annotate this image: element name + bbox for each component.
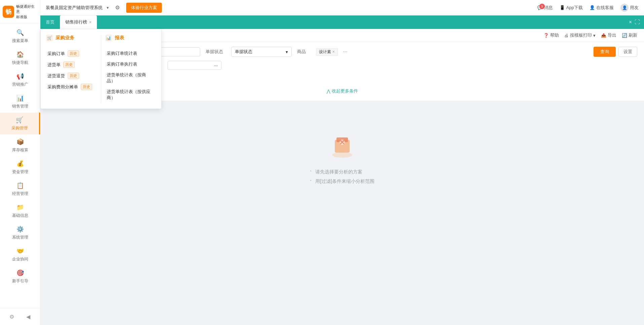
sidebar-item-search[interactable]: 🔍 搜索菜单 — [0, 25, 40, 47]
goods-tag-close[interactable]: × — [332, 49, 335, 54]
menu-item-goods-return[interactable]: 进货退货 历史 — [46, 70, 97, 81]
enterprise-icon: 🤝 — [16, 247, 24, 255]
sidebar-item-basic[interactable]: 📁 基础信息 — [0, 200, 40, 222]
sidebar-item-enterprise[interactable]: 🤝 企业协同 — [0, 244, 40, 266]
logo-text: 畅捷通好生意 标准版 — [16, 4, 37, 19]
empty-tip-1: 请先选择要分析的方案 — [310, 167, 374, 176]
online-service-button[interactable]: 👤 在线客服 — [589, 5, 614, 11]
goods-label: 商品 — [297, 49, 311, 55]
sidebar-item-inventory[interactable]: 📦 库存核算 — [0, 134, 40, 156]
svg-point-0 — [332, 152, 352, 158]
menu-item-receipt-stats-goods[interactable]: 进货单统计表（按商品） — [105, 70, 156, 86]
system-title: 装餐及固定资产辅助管理系统 — [46, 5, 103, 11]
sidebar-item-purchase[interactable]: 🛒 采购管理 — [0, 113, 40, 134]
status-dropdown-icon: ▾ — [286, 49, 288, 54]
sidebar-item-quicknav[interactable]: 🏠 快捷导航 — [0, 47, 40, 69]
window-close-icon[interactable]: × — [629, 19, 632, 25]
goods-tag: 设计素 × — [316, 48, 338, 56]
refresh-icon: 🔄 — [622, 33, 627, 38]
top-header: 装餐及固定资产辅助管理系统 ▾ ⚙ 体验行业方案 💬 9 消息 📱 App下载 … — [40, 0, 644, 15]
menu-item-goods-receipt[interactable]: 进货单 历史 — [46, 59, 97, 70]
settings-gear-icon[interactable]: ⚙ — [113, 3, 122, 12]
help-button[interactable]: ❓ 帮助 — [543, 32, 559, 38]
empty-state: 请先选择要分析的方案 用[过滤]条件来缩小分析范围 — [40, 101, 644, 213]
mobile-icon: 📱 — [560, 5, 565, 10]
print-button[interactable]: 🖨 按模板打印 ▾ — [564, 32, 596, 38]
empty-tips: 请先选择要分析的方案 用[过滤]条件来缩小分析范围 — [310, 167, 374, 186]
sidebar-settings-button[interactable]: ⚙ — [7, 312, 17, 322]
service-icon: 👤 — [589, 5, 595, 10]
logo-icon: 畅 — [3, 6, 14, 18]
search-icon: 🔍 — [16, 29, 24, 37]
menu-item-receipt-stats-supplier[interactable]: 进货单统计表（按供应商） — [105, 86, 156, 103]
purchase-dropdown-menu: 🛒 采购业务 采购订单 历史 进货单 历史 进货退货 历史 采购费用分摊单 历史… — [40, 29, 162, 109]
print-dropdown-icon[interactable]: ▾ — [593, 33, 596, 38]
industry-button[interactable]: 体验行业方案 — [126, 3, 162, 13]
settings-button[interactable]: 设置 — [618, 47, 637, 57]
sidebar-bottom: ⚙ ◀ — [0, 308, 40, 325]
basic-icon: 📁 — [16, 203, 24, 211]
dropdown-col-report: 📊 报表 采购订单统计表 采购订单执行表 进货单统计表（按商品） 进货单统计表（… — [105, 35, 156, 103]
export-icon: 📤 — [601, 33, 606, 38]
marketing-icon: 📢 — [16, 72, 24, 80]
header-right: 💬 9 消息 📱 App下载 👤 在线客服 👤 用友 — [537, 4, 639, 12]
guide-icon: 🎯 — [16, 269, 24, 277]
sidebar-collapse-button[interactable]: ◀ — [23, 312, 33, 322]
message-badge: 9 — [539, 4, 545, 9]
tabs-right-actions: × ⛶ — [629, 19, 644, 25]
salesperson-more-dots: ··· — [214, 63, 218, 68]
status-label: 单据状态 — [206, 49, 226, 55]
history-badge-0: 历史 — [68, 50, 79, 57]
sidebar-logo: 畅 畅捷通好生意 标准版 — [0, 0, 40, 24]
tabs-bar: 首页 销售排行榜 × × ⛶ — [40, 15, 644, 29]
user-button[interactable]: 👤 用友 — [620, 4, 639, 12]
status-select[interactable]: 单据状态 ▾ — [231, 47, 292, 57]
sidebar-item-operation[interactable]: 📋 经营管理 — [0, 178, 40, 200]
sales-icon: 📊 — [16, 94, 24, 102]
inventory-icon: 📦 — [16, 138, 24, 146]
history-badge-3: 历史 — [81, 84, 92, 90]
dropdown-divider — [101, 35, 101, 103]
sidebar-nav: 🔍 搜索菜单 🏠 快捷导航 📢 营销推广 📊 销售管理 🛒 采购管理 📦 库存核… — [0, 24, 40, 308]
salesperson-select[interactable]: ··· — [168, 61, 221, 70]
operation-icon: 📋 — [16, 181, 24, 190]
menu-item-po-stats[interactable]: 采购订单统计表 — [105, 48, 156, 59]
window-expand-icon[interactable]: ⛶ — [635, 19, 640, 25]
refresh-button[interactable]: 🔄 刷新 — [622, 32, 637, 38]
export-button[interactable]: 📤 导出 — [601, 32, 616, 38]
system-icon: ⚙️ — [16, 225, 24, 233]
collapse-up-icon: ⋀ — [327, 89, 330, 94]
sidebar-item-sales[interactable]: 📊 销售管理 — [0, 91, 40, 113]
empty-illustration — [325, 128, 359, 162]
message-button[interactable]: 💬 9 消息 — [537, 5, 553, 11]
menu-item-po-exec[interactable]: 采购订单执行表 — [105, 59, 156, 70]
finance-icon: 💰 — [16, 160, 24, 168]
help-icon: ❓ — [543, 33, 549, 38]
sidebar-item-guide[interactable]: 🎯 新手引导 — [0, 266, 40, 287]
dropdown-col-purchase: 🛒 采购业务 采购订单 历史 进货单 历史 进货退货 历史 采购费用分摊单 历史 — [46, 35, 97, 103]
report-col-icon: 📊 — [105, 35, 112, 41]
empty-tip-2: 用[过滤]条件来缩小分析范围 — [310, 176, 374, 186]
dropdown-title-purchase: 🛒 采购业务 — [46, 35, 97, 44]
purchase-col-icon: 🛒 — [46, 35, 53, 41]
sidebar-item-system[interactable]: ⚙️ 系统管理 — [0, 222, 40, 244]
dropdown-title-report: 📊 报表 — [105, 35, 156, 44]
print-icon: 🖨 — [564, 33, 569, 38]
tab-sales-rank[interactable]: 销售排行榜 × — [60, 15, 97, 29]
menu-item-purchase-order[interactable]: 采购订单 历史 — [46, 48, 97, 59]
history-badge-2: 历史 — [68, 73, 79, 79]
goods-more-dots[interactable]: ··· — [343, 49, 348, 55]
avatar: 👤 — [620, 4, 629, 12]
purchase-icon: 🛒 — [15, 116, 24, 124]
sidebar-item-finance[interactable]: 💰 资金管理 — [0, 156, 40, 178]
query-button[interactable]: 查询 — [594, 47, 616, 57]
sidebar-item-marketing[interactable]: 📢 营销推广 — [0, 69, 40, 91]
tab-close-icon[interactable]: × — [89, 20, 92, 25]
history-badge-1: 历史 — [63, 62, 75, 68]
system-dropdown[interactable]: ▾ — [107, 5, 109, 10]
sidebar: 畅 畅捷通好生意 标准版 🔍 搜索菜单 🏠 快捷导航 📢 营销推广 📊 销售管理… — [0, 0, 40, 325]
menu-item-purchase-expense[interactable]: 采购费用分摊单 历史 — [46, 81, 97, 92]
home-icon: 🏠 — [16, 50, 24, 58]
tab-home[interactable]: 首页 — [40, 15, 60, 29]
app-download-button[interactable]: 📱 App下载 — [560, 5, 583, 11]
